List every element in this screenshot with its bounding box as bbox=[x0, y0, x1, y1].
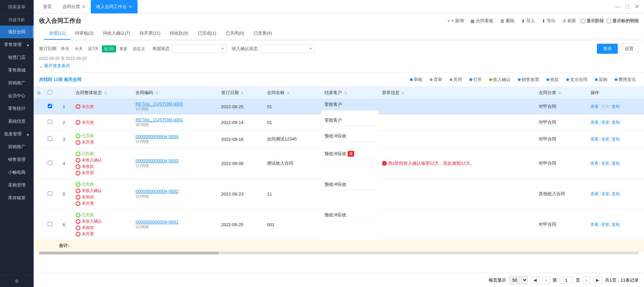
sort-icon-exception-info[interactable]: ⇅ bbox=[402, 91, 404, 95]
sidebar-item-online-store[interactable]: 零售商城 bbox=[0, 64, 34, 77]
review-button[interactable]: 审核 bbox=[407, 75, 425, 84]
sidebar-quick-nav[interactable]: 快捷导航 bbox=[0, 14, 34, 26]
date-opt-last1month[interactable]: 近1月 bbox=[102, 45, 116, 52]
export-button[interactable]: ⬆ 导出 bbox=[540, 17, 558, 25]
table-col-settlement-customer[interactable]: 结算客户 ⇅ bbox=[321, 87, 379, 99]
sidebar-item-batch-mgmt[interactable]: 批发管理 ▲ bbox=[0, 128, 34, 140]
op-变更-2[interactable]: 变更 bbox=[601, 120, 609, 125]
row-contract-code-6[interactable]: 0000000000004-00011行明细 bbox=[132, 209, 218, 240]
table-col-sign-date[interactable]: 签订日期 ⇅ bbox=[218, 87, 264, 99]
scrollbar-thumb[interactable] bbox=[39, 252, 219, 254]
sort-icon-contract-name[interactable]: ⇅ bbox=[287, 91, 290, 95]
expand-more-btn[interactable]: ⌄ 展开更多条件 bbox=[39, 63, 639, 69]
filter-tab-closed[interactable]: 已关闭(0) bbox=[221, 28, 249, 40]
table-col-contract-name[interactable]: 合同名称 ⇅ bbox=[264, 87, 321, 99]
filter-tab-all[interactable]: 全部(11) bbox=[44, 28, 70, 40]
date-opt-yesterday[interactable]: 昨天 bbox=[59, 45, 71, 52]
row-checkbox-3[interactable] bbox=[44, 130, 55, 148]
sidebar-item-marketing[interactable]: 营销推广 bbox=[0, 77, 34, 89]
import-button[interactable]: ⬇ 导入 bbox=[519, 17, 537, 25]
sidebar-item-member[interactable]: 会员中心 bbox=[0, 89, 34, 102]
table-col-contract-type[interactable]: 合同分类 ⇅ bbox=[535, 87, 588, 99]
maximize-button[interactable]: □ bbox=[624, 3, 631, 10]
filter-tab-pending-confirm[interactable]: 待收入确认(7) bbox=[98, 28, 135, 40]
select-all-checkbox[interactable] bbox=[48, 90, 52, 94]
sort-icon-overall-status[interactable]: ⇅ bbox=[104, 91, 107, 95]
close-button[interactable]: ✕ bbox=[633, 3, 640, 10]
op-查看-4[interactable]: 查看 bbox=[591, 161, 599, 166]
income-confirm-select[interactable] bbox=[261, 45, 314, 53]
op-查看-1[interactable]: 查看 bbox=[591, 104, 599, 109]
op-复制-4[interactable]: 复制 bbox=[612, 161, 620, 166]
tab-contract-type[interactable]: 合同分类 ✕ bbox=[57, 0, 91, 13]
print-button[interactable]: 打开 bbox=[467, 75, 485, 84]
sidebar-item-basic-info[interactable]: 基础信息 bbox=[0, 115, 34, 128]
contract-code-link-5[interactable]: 0000000000004-0002 bbox=[136, 189, 214, 194]
sort-icon-sign-date[interactable]: ⇅ bbox=[241, 91, 243, 95]
close-tab-income-workbench[interactable]: ✕ bbox=[129, 0, 132, 13]
next-page-button[interactable]: › bbox=[583, 276, 590, 284]
contract-code-link-2[interactable]: RETAIL_CUSTOM-0001 bbox=[136, 117, 214, 122]
doc-status-select[interactable] bbox=[173, 45, 226, 53]
contract-panel-button[interactable]: ▦ 合同看板 bbox=[468, 17, 495, 25]
op-查看-6[interactable]: 查看 bbox=[591, 222, 599, 227]
show-mark-detail-checkbox[interactable]: 显示标的明细 bbox=[607, 18, 639, 24]
op-变更-3[interactable]: 变更 bbox=[601, 137, 609, 141]
sidebar-item-sales-mgmt[interactable]: 销售管理 bbox=[0, 153, 34, 166]
minimize-button[interactable]: — bbox=[614, 3, 621, 10]
delete-button[interactable]: 🗑 删除 bbox=[498, 17, 517, 25]
date-opt-last7[interactable]: 近7天 bbox=[86, 45, 101, 52]
tab-home[interactable]: 首页 bbox=[38, 0, 57, 13]
sort-icon-settlement-customer[interactable]: ⇅ bbox=[344, 91, 347, 95]
date-opt-custom[interactable]: 自定义 bbox=[131, 45, 147, 52]
filter-tab-pending-payment[interactable]: 待收款(8) bbox=[165, 28, 193, 40]
row-contract-code-3[interactable]: 0000000000004-00041行明细 bbox=[132, 130, 218, 148]
collection-button[interactable]: 收款 bbox=[544, 75, 562, 84]
table-col-checkbox[interactable] bbox=[44, 87, 55, 99]
sidebar-item-marketing2[interactable]: 营销推广 bbox=[0, 140, 34, 153]
tab-income-workbench[interactable]: 收入合同工作台 ✕ bbox=[91, 0, 138, 13]
query-button[interactable]: 查询 bbox=[597, 44, 618, 54]
refresh-button[interactable]: ↺ 刷新 bbox=[560, 17, 578, 25]
settings-button[interactable]: ⚙ bbox=[0, 275, 34, 287]
op-查看-5[interactable]: 查看 bbox=[591, 192, 599, 196]
date-opt-today[interactable]: 今天 bbox=[73, 45, 85, 52]
per-page-select[interactable]: 50 20 100 bbox=[509, 276, 528, 284]
op-查看-3[interactable]: 查看 bbox=[591, 137, 599, 141]
prev-page-button[interactable]: ‹ bbox=[542, 276, 550, 284]
purchase-button[interactable]: 采购 bbox=[592, 75, 610, 84]
op-复制-1[interactable]: 复制 bbox=[612, 104, 620, 109]
sort-icon-contract-code[interactable]: ⇅ bbox=[155, 91, 158, 95]
row-checkbox-4[interactable] bbox=[44, 148, 55, 179]
row-contract-code-5[interactable]: 0000000000004-00021行明细 bbox=[132, 179, 218, 209]
filter-tab-completed[interactable]: 已完成(1) bbox=[193, 28, 221, 40]
last-page-button[interactable]: ▶ bbox=[593, 276, 602, 284]
setting-button[interactable]: 设置 bbox=[620, 44, 639, 54]
contract-code-link-6[interactable]: 0000000000004-0001 bbox=[136, 219, 214, 224]
horizontal-scrollbar[interactable] bbox=[39, 252, 639, 254]
row-contract-code-2[interactable]: RETAIL_CUSTOM-00013行明细 bbox=[132, 115, 218, 130]
row-checkbox-5[interactable] bbox=[44, 179, 55, 209]
filter-tab-changed[interactable]: 已变更(4) bbox=[249, 28, 277, 40]
sidebar-item-smart-store[interactable]: 智慧门店 bbox=[0, 51, 34, 64]
op-变更-5[interactable]: 变更 bbox=[601, 192, 609, 196]
filter-tab-pending-invoice[interactable]: 待开票(11) bbox=[135, 28, 165, 40]
row-checkbox-2[interactable] bbox=[44, 115, 55, 130]
sidebar-item-purchase[interactable]: 采购管理 bbox=[0, 179, 34, 192]
sidebar-item-project[interactable]: 项目合同 bbox=[0, 26, 34, 38]
op-复制-2[interactable]: 复制 bbox=[612, 120, 620, 125]
op-变更-4[interactable]: 变更 bbox=[601, 161, 609, 166]
op-复制-6[interactable]: 复制 bbox=[612, 222, 620, 227]
table-col-exception-info[interactable]: 异常信息 ⇅ bbox=[379, 87, 535, 99]
sidebar-item-retail-stats[interactable]: 零售统计 bbox=[0, 102, 34, 115]
filter-tab-pending-review[interactable]: 待审核(2) bbox=[70, 28, 98, 40]
abandon-button[interactable]: 弃审 bbox=[427, 75, 445, 84]
sidebar-search[interactable]: 搜索菜单 bbox=[0, 0, 34, 14]
income-confirm-button[interactable]: 收入确认 bbox=[487, 75, 513, 84]
date-opt-more[interactable]: 更多 bbox=[117, 45, 129, 52]
op-复制-3[interactable]: 复制 bbox=[612, 137, 620, 141]
sidebar-item-xiao-ecom[interactable]: 小畅电商 bbox=[0, 166, 34, 179]
table-col-overall-status[interactable]: 合同整体状态 ⇅ bbox=[72, 87, 132, 99]
page-input[interactable] bbox=[560, 277, 573, 284]
contract-code-link-4[interactable]: 0000000000004-0003 bbox=[136, 158, 214, 163]
